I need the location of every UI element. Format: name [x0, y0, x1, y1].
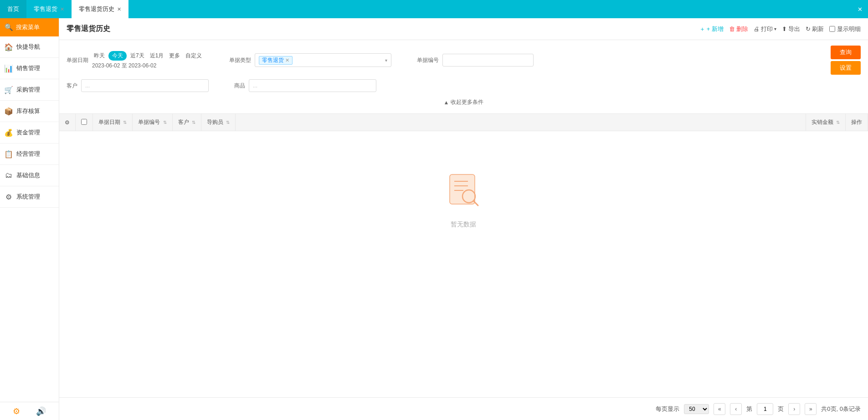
sidebar-item-purchase-mgmt[interactable]: 🛒 采购管理: [0, 79, 59, 101]
sidebar-item-sales-mgmt[interactable]: 📊 销售管理: [0, 58, 59, 79]
sidebar-item-operation[interactable]: 📋 经营管理: [0, 143, 59, 165]
table-settings-icon[interactable]: ⚙: [65, 119, 70, 126]
show-detail-input[interactable]: [829, 26, 835, 32]
new-label: + 新增: [707, 25, 724, 33]
settings-bottom-icon[interactable]: ⚙: [13, 406, 20, 416]
goods-input[interactable]: ...: [249, 79, 376, 92]
sidebar-item-quick-nav[interactable]: 🏠 快捷导航: [0, 36, 59, 58]
svg-point-6: [465, 193, 473, 200]
date-btn-1month[interactable]: 近1月: [148, 51, 166, 61]
sidebar-search[interactable]: 🔍 搜索菜单: [0, 18, 59, 36]
show-detail-checkbox[interactable]: 显示明细: [829, 25, 861, 33]
date-btn-today[interactable]: 今天: [108, 51, 127, 61]
th-amount-label: 实销金额: [812, 119, 833, 125]
page-number-input[interactable]: [757, 403, 773, 415]
sidebar-item-operation-label: 经营管理: [16, 150, 40, 158]
setting-button[interactable]: 设置: [831, 61, 861, 75]
sidebar-item-purchase-mgmt-label: 采购管理: [16, 86, 40, 94]
th-amount[interactable]: 实销金额 ⇅: [806, 114, 845, 131]
sidebar: 🔍 搜索菜单 🏠 快捷导航 📊 销售管理 🛒 采购管理 📦 库存核算 💰: [0, 18, 59, 420]
table-container: ⚙ 单据日期 ⇅ 单据编号 ⇅: [59, 114, 868, 397]
purchase-icon: 🛒: [5, 86, 13, 94]
sales-icon: 📊: [5, 64, 13, 72]
page-size-label: 每页显示: [656, 405, 679, 413]
search-icon: 🔍: [5, 23, 13, 31]
sidebar-item-basic-info[interactable]: 🗂 基础信息: [0, 165, 59, 186]
filter-date-field: 单据日期 昨天 今天 近7天 近1月 更多 自定义 2023-06-02 至 2…: [67, 51, 204, 70]
table-body: 暂无数据: [59, 131, 868, 266]
top-tab-bar: 首页 零售退货 ✕ 零售退货历史 ✕ ✕: [0, 0, 868, 18]
type-tag-text: 零售退货: [262, 56, 284, 64]
type-tag-close[interactable]: ✕: [285, 57, 289, 63]
select-all-checkbox[interactable]: [81, 119, 87, 125]
filter-docnum-field: 单据编号: [417, 54, 534, 67]
main-layout: 🔍 搜索菜单 🏠 快捷导航 📊 销售管理 🛒 采购管理 📦 库存核算 💰: [0, 18, 868, 420]
date-btn-more[interactable]: 更多: [167, 51, 182, 61]
collapse-btn[interactable]: ▲ 收起更多条件: [437, 97, 491, 108]
sidebar-item-basic-info-label: 基础信息: [16, 171, 40, 179]
filter-goods-field: 商品 ...: [234, 79, 376, 92]
empty-icon: [441, 168, 486, 213]
export-button[interactable]: ⬆ 导出: [782, 25, 800, 33]
docnum-input[interactable]: [442, 54, 534, 67]
last-page-btn[interactable]: »: [805, 403, 817, 415]
th-guide[interactable]: 导购员 ⇅: [201, 114, 236, 131]
date-btn-custom[interactable]: 自定义: [184, 51, 204, 61]
tab-retail-return-history-close[interactable]: ✕: [117, 6, 121, 12]
tab-home[interactable]: 首页: [0, 0, 26, 18]
first-page-btn[interactable]: «: [714, 403, 725, 415]
sidebar-bottom: ⚙ 🔊: [0, 402, 59, 420]
th-settings[interactable]: ⚙: [59, 114, 76, 131]
next-page-btn[interactable]: ›: [788, 403, 800, 415]
goods-filter-label: 商品: [234, 82, 245, 90]
th-doc-date[interactable]: 单据日期 ⇅: [93, 114, 133, 131]
tab-retail-return-history[interactable]: 零售退货历史 ✕: [72, 0, 128, 18]
finance-icon: 💰: [5, 128, 13, 137]
operation-icon: 📋: [5, 150, 13, 158]
delete-button[interactable]: 🗑 删除: [729, 25, 748, 33]
th-doc-date-label: 单据日期: [98, 119, 120, 125]
th-customer[interactable]: 客户 ⇅: [172, 114, 201, 131]
refresh-button[interactable]: ↻ 刷新: [806, 25, 824, 33]
inventory-icon: 📦: [5, 107, 13, 115]
sidebar-item-system[interactable]: ⚙ 系统管理: [0, 186, 59, 208]
system-icon: ⚙: [5, 193, 13, 201]
page-size-select[interactable]: 10 20 50 100: [684, 404, 709, 414]
empty-text: 暂无数据: [451, 220, 476, 229]
pagination-bar: 每页显示 10 20 50 100 « ‹ 第 页 › » 共0页, 0条记录: [59, 397, 868, 420]
date-btns-row: 昨天 今天 近7天 近1月 更多 自定义: [92, 51, 204, 61]
sidebar-item-finance-label: 资金管理: [16, 128, 40, 137]
date-range-display: 2023-06-02 至 2023-06-02: [92, 62, 204, 70]
sidebar-item-inventory[interactable]: 📦 库存核算: [0, 101, 59, 122]
data-table: ⚙ 单据日期 ⇅ 单据编号 ⇅: [59, 114, 868, 265]
refresh-icon: ↻: [806, 26, 811, 32]
prev-page-btn[interactable]: ‹: [730, 403, 742, 415]
print-button[interactable]: 🖨 打印 ▾: [754, 25, 776, 33]
type-select[interactable]: 零售退货 ✕ ▾: [255, 53, 391, 67]
print-icon: 🖨: [754, 26, 760, 32]
window-close-btn[interactable]: ✕: [858, 6, 868, 13]
tab-retail-return-history-label: 零售退货历史: [79, 5, 114, 13]
type-tag: 零售退货 ✕: [259, 56, 293, 65]
volume-icon[interactable]: 🔊: [36, 406, 46, 416]
tab-retail-return[interactable]: 零售退货 ✕: [26, 0, 72, 18]
basic-info-icon: 🗂: [5, 171, 13, 179]
th-doc-number-label: 单据编号: [138, 119, 160, 125]
delete-icon: 🗑: [729, 26, 735, 32]
customer-filter-label: 客户: [67, 82, 77, 90]
page-text: 第: [746, 405, 752, 413]
sidebar-item-finance[interactable]: 💰 资金管理: [0, 122, 59, 143]
customer-placeholder: ...: [85, 82, 90, 89]
export-icon: ⬆: [782, 26, 787, 32]
query-button[interactable]: 查询: [831, 46, 861, 59]
th-doc-number[interactable]: 单据编号 ⇅: [133, 114, 172, 131]
tab-retail-return-close[interactable]: ✕: [60, 6, 64, 12]
date-btn-7days[interactable]: 近7天: [128, 51, 146, 61]
new-button[interactable]: ＋ + 新增: [699, 25, 724, 33]
th-action-label: 操作: [851, 119, 862, 125]
empty-state: 暂无数据: [59, 131, 868, 265]
sidebar-item-quick-nav-label: 快捷导航: [16, 43, 40, 51]
customer-input[interactable]: ...: [81, 79, 209, 92]
date-btn-yesterday[interactable]: 昨天: [92, 51, 107, 61]
th-guide-sort-icon: ⇅: [226, 120, 230, 125]
